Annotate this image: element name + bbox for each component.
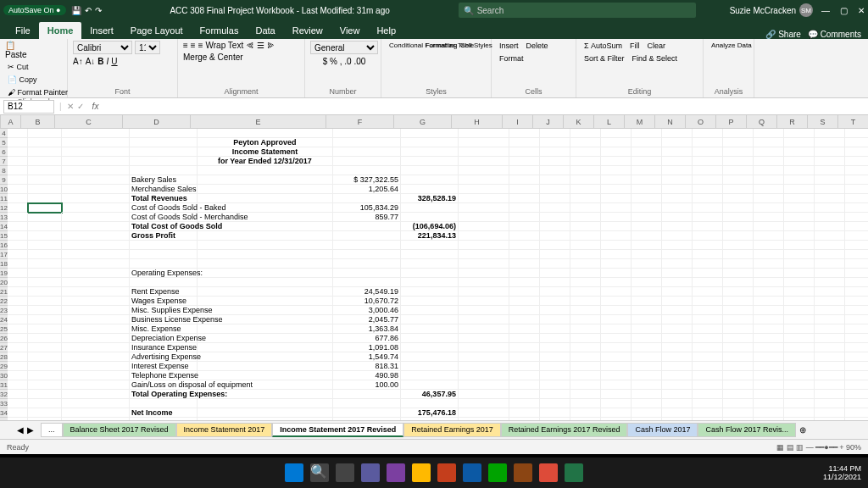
- cell[interactable]: [62, 175, 130, 185]
- cell[interactable]: [723, 362, 754, 371]
- align-left-icon[interactable]: ⫷: [246, 41, 254, 50]
- cell[interactable]: Bakery Sales: [130, 175, 198, 185]
- cell[interactable]: [570, 241, 601, 250]
- italic-button[interactable]: I: [107, 57, 109, 66]
- cell[interactable]: [401, 297, 459, 306]
- cell[interactable]: [401, 287, 459, 297]
- cell[interactable]: [333, 278, 401, 287]
- cell[interactable]: [845, 203, 868, 213]
- cell[interactable]: [8, 147, 28, 157]
- row-header[interactable]: 25: [0, 324, 8, 334]
- sheet-tab[interactable]: Income Statement 2017: [176, 423, 273, 437]
- cell[interactable]: [509, 269, 540, 278]
- cell[interactable]: [662, 324, 693, 334]
- cell[interactable]: [198, 399, 333, 408]
- cell[interactable]: for Year Ended 12/31/2017: [198, 157, 333, 166]
- cell[interactable]: [662, 138, 693, 147]
- cell[interactable]: [845, 194, 868, 203]
- row-header[interactable]: 16: [0, 241, 8, 250]
- cell[interactable]: [601, 371, 632, 380]
- number-format-select[interactable]: General: [310, 41, 378, 54]
- cell[interactable]: [459, 278, 509, 287]
- cell[interactable]: [723, 352, 754, 362]
- cell[interactable]: [62, 324, 130, 334]
- cell[interactable]: [601, 343, 632, 352]
- cell[interactable]: [784, 213, 815, 222]
- cell[interactable]: [754, 287, 784, 297]
- cell[interactable]: [815, 399, 845, 408]
- col-header-D[interactable]: D: [123, 115, 191, 128]
- cell[interactable]: [754, 324, 784, 334]
- col-header-J[interactable]: J: [533, 115, 564, 128]
- cell[interactable]: [815, 408, 845, 418]
- cell[interactable]: [509, 408, 540, 418]
- cell[interactable]: [130, 278, 198, 287]
- cell[interactable]: [693, 297, 723, 306]
- cell[interactable]: [570, 306, 601, 315]
- cell[interactable]: [459, 250, 509, 259]
- cell[interactable]: [632, 157, 662, 166]
- cancel-fx-icon[interactable]: ✕: [67, 102, 74, 111]
- cell[interactable]: [784, 147, 815, 157]
- cell[interactable]: [8, 334, 28, 343]
- copy-button[interactable]: 📄 Copy: [5, 75, 40, 85]
- cell[interactable]: [601, 418, 632, 420]
- cell[interactable]: [570, 315, 601, 324]
- cell[interactable]: [62, 129, 130, 138]
- cell[interactable]: [601, 241, 632, 250]
- cell[interactable]: [8, 362, 28, 371]
- cell[interactable]: [130, 399, 198, 408]
- cell[interactable]: [784, 129, 815, 138]
- col-header-S[interactable]: S: [808, 115, 838, 128]
- cell[interactable]: [198, 175, 333, 185]
- cell[interactable]: Telephone Expense: [130, 371, 198, 380]
- cell[interactable]: [62, 213, 130, 222]
- cell[interactable]: [723, 231, 754, 241]
- cell[interactable]: [28, 297, 62, 306]
- row-header[interactable]: 9: [0, 175, 8, 185]
- cell[interactable]: [401, 241, 459, 250]
- cell[interactable]: [540, 203, 570, 213]
- row-header[interactable]: 6: [0, 147, 8, 157]
- cell[interactable]: [28, 250, 62, 259]
- row-header[interactable]: 18: [0, 259, 8, 269]
- cell[interactable]: [723, 390, 754, 399]
- cell[interactable]: [509, 231, 540, 241]
- cell[interactable]: [601, 306, 632, 315]
- col-header-C[interactable]: C: [55, 115, 123, 128]
- search-taskbar-icon[interactable]: 🔍: [310, 463, 329, 482]
- cell[interactable]: [662, 231, 693, 241]
- cell[interactable]: Rent Expense: [130, 287, 198, 297]
- cell[interactable]: [784, 157, 815, 166]
- cell[interactable]: [723, 343, 754, 352]
- cell[interactable]: Depreciation Expense: [130, 334, 198, 343]
- cell[interactable]: [601, 185, 632, 194]
- cell[interactable]: [662, 175, 693, 185]
- cell[interactable]: [540, 418, 570, 420]
- cell[interactable]: [540, 157, 570, 166]
- cell[interactable]: [8, 352, 28, 362]
- cell[interactable]: [601, 138, 632, 147]
- cell[interactable]: [459, 408, 509, 418]
- cell[interactable]: [815, 138, 845, 147]
- cell[interactable]: [632, 371, 662, 380]
- cell[interactable]: 10,670.72: [333, 297, 401, 306]
- cell[interactable]: [845, 352, 868, 362]
- cell[interactable]: [632, 408, 662, 418]
- cell[interactable]: [845, 297, 868, 306]
- cell[interactable]: [723, 399, 754, 408]
- cell[interactable]: [632, 231, 662, 241]
- cell[interactable]: [632, 194, 662, 203]
- cell[interactable]: [540, 129, 570, 138]
- cell[interactable]: [662, 213, 693, 222]
- sheet-tab[interactable]: Income Statement 2017 Revised: [272, 423, 403, 437]
- cell[interactable]: [693, 185, 723, 194]
- cell[interactable]: [8, 408, 28, 418]
- share-button[interactable]: 🔗 Share: [765, 30, 800, 39]
- cell[interactable]: [723, 250, 754, 259]
- cell[interactable]: [570, 343, 601, 352]
- cell[interactable]: [62, 138, 130, 147]
- row-header[interactable]: 19: [0, 269, 8, 278]
- cell[interactable]: [509, 213, 540, 222]
- col-header-A[interactable]: A: [1, 115, 21, 128]
